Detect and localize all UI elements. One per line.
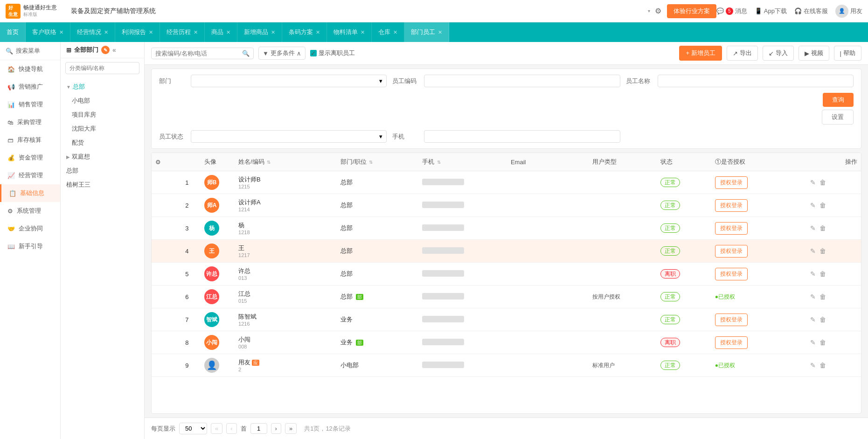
close-icon[interactable]: ✕ — [104, 29, 108, 35]
sidebar-item-sales[interactable]: 📊 销售管理 — [0, 96, 60, 113]
edit-icon[interactable]: ✎ — [810, 179, 816, 186]
close-icon[interactable]: ✕ — [226, 29, 230, 35]
delete-icon[interactable]: 🗑 — [819, 316, 826, 323]
close-icon[interactable]: ✕ — [194, 29, 198, 35]
delete-icon[interactable]: 🗑 — [819, 202, 826, 209]
auth-login-button[interactable]: 授权登录 — [715, 222, 748, 235]
tab-customer[interactable]: 客户联络 ✕ — [26, 22, 70, 42]
last-page-button[interactable]: » — [285, 423, 297, 434]
delete-icon[interactable]: 🗑 — [819, 179, 826, 186]
delete-icon[interactable]: 🗑 — [819, 293, 826, 300]
delete-icon[interactable]: 🗑 — [819, 247, 826, 255]
sidebar-item-guide[interactable]: 📖 新手引导 — [0, 237, 60, 255]
sidebar-item-purchase[interactable]: 🛍 采购管理 — [0, 113, 60, 131]
dept-node-peihuo[interactable]: 配货 — [61, 136, 144, 150]
edit-icon[interactable]: ✎ — [810, 270, 816, 278]
close-icon[interactable]: ✕ — [59, 29, 63, 35]
tab-add-goods[interactable]: 新增商品 ✕ — [237, 22, 282, 42]
per-page-select[interactable]: 50 100 200 — [179, 423, 207, 434]
tab-goods[interactable]: 商品 ✕ — [205, 22, 237, 42]
col-phone-header[interactable]: 手机 ⇅ — [418, 153, 507, 171]
edit-icon[interactable]: ✎ — [810, 224, 816, 232]
edit-icon[interactable]: ✎ — [810, 339, 816, 346]
edit-icon[interactable]: ✎ — [810, 316, 816, 323]
edit-icon[interactable]: ✎ — [810, 293, 816, 300]
dept-node-zongbu[interactable]: 总部 — [61, 164, 144, 178]
edit-icon[interactable]: ✎ — [810, 202, 816, 209]
col-settings[interactable]: ⚙ — [152, 153, 174, 171]
tab-profit[interactable]: 利润报告 ✕ — [115, 22, 160, 42]
sidebar-item-finance[interactable]: 💰 资金管理 — [0, 149, 60, 167]
search-icon[interactable]: 🔍 — [242, 50, 250, 57]
sidebar-item-marketing[interactable]: 📢 营销推广 — [0, 78, 60, 96]
dept-node-zhishu[interactable]: 植树王三 — [61, 178, 144, 192]
tab-history[interactable]: 经营历程 ✕ — [160, 22, 205, 42]
close-icon[interactable]: ✕ — [149, 29, 153, 35]
dept-search-input[interactable] — [65, 62, 139, 74]
page-number-input[interactable] — [250, 423, 267, 434]
empname-filter-input[interactable] — [658, 75, 854, 87]
edit-icon[interactable]: ✎ — [810, 362, 816, 369]
service-button[interactable]: 🎧 在线客服 — [794, 7, 828, 15]
dept-node-xiaodian[interactable]: 小电部 — [61, 94, 144, 108]
close-icon[interactable]: ✕ — [393, 29, 397, 35]
close-icon[interactable]: ✕ — [271, 29, 275, 35]
auth-login-button[interactable]: 授权登录 — [715, 314, 748, 326]
settings-icon[interactable]: ⚙ — [655, 7, 661, 15]
dept-node-shenyang[interactable]: 沈阳大库 — [61, 122, 144, 136]
phone-filter-input[interactable] — [424, 130, 620, 143]
close-icon[interactable]: ✕ — [361, 29, 365, 35]
auth-login-button[interactable]: 授权登录 — [715, 245, 748, 258]
delete-icon[interactable]: 🗑 — [819, 270, 826, 278]
tab-bom[interactable]: 物料清单 ✕ — [327, 22, 372, 42]
import-button[interactable]: ↙ 导入 — [763, 46, 794, 61]
dept-node-project[interactable]: 项目库房 — [61, 108, 144, 122]
show-resigned-checkbox[interactable]: ✓ 显示离职员工 — [310, 49, 355, 57]
sidebar-item-inventory[interactable]: 🗃 库存核算 — [0, 131, 60, 149]
close-icon[interactable]: ✕ — [316, 29, 320, 35]
sidebar-item-quicknav[interactable]: 🏠 快捷导航 — [0, 60, 60, 78]
empstatus-filter-select[interactable]: ▾ — [191, 130, 387, 143]
tab-home[interactable]: 首页 — [0, 22, 26, 42]
export-button[interactable]: ↗ 导出 — [727, 46, 758, 61]
search-input[interactable] — [155, 50, 239, 57]
first-page-button[interactable]: « — [211, 423, 222, 434]
set-button[interactable]: 设置 — [822, 110, 854, 125]
message-button[interactable]: 💬 5 消息 — [716, 7, 747, 15]
video-button[interactable]: ▶ 视频 — [799, 46, 829, 61]
tab-warehouse[interactable]: 仓库 ✕ — [372, 22, 404, 42]
dept-node-shuangtingxiang[interactable]: ▶ 双庭想 — [61, 150, 144, 164]
dept-edit-badge[interactable]: ✎ — [101, 46, 110, 54]
empcode-filter-input[interactable] — [424, 75, 620, 87]
sidebar-item-coop[interactable]: 🤝 企业协同 — [0, 220, 60, 237]
sidebar-item-basic[interactable]: 📋 基础信息 — [0, 184, 60, 202]
add-employee-button[interactable]: + 新增员工 — [679, 46, 722, 61]
auth-login-button[interactable]: 授权登录 — [715, 268, 748, 280]
collapse-icon[interactable]: « — [112, 46, 116, 54]
dept-node-zongbu-parent[interactable]: ▼ 总部 — [61, 80, 144, 94]
auth-login-button[interactable]: 授权登录 — [715, 199, 748, 212]
tab-barcode[interactable]: 条码方案 ✕ — [282, 22, 327, 42]
prev-page-button[interactable]: ‹ — [226, 423, 236, 434]
user-button[interactable]: 👤 用友 — [835, 5, 862, 18]
close-icon[interactable]: ✕ — [438, 29, 442, 35]
delete-icon[interactable]: 🗑 — [819, 339, 826, 346]
dept-filter-select[interactable]: ▾ — [191, 75, 387, 87]
app-download-button[interactable]: 📱 App下载 — [755, 7, 787, 15]
query-button[interactable]: 查询 — [823, 93, 854, 107]
sidebar-item-operation[interactable]: 📈 经营管理 — [0, 167, 60, 184]
more-filter-button[interactable]: ▼ 更多条件 ∧ — [258, 47, 306, 60]
auth-login-button[interactable]: 授权登录 — [715, 176, 748, 189]
help-button[interactable]: | 帮助 — [834, 46, 861, 61]
search-menu-button[interactable]: 🔍 搜索菜单 — [0, 42, 60, 60]
next-page-button[interactable]: › — [271, 423, 281, 434]
tab-dept-employee[interactable]: 部门员工 ✕ — [404, 22, 449, 42]
system-dropdown-arrow[interactable]: ▾ — [648, 8, 650, 14]
edit-icon[interactable]: ✎ — [810, 247, 816, 255]
auth-login-button[interactable]: 授权登录 — [715, 336, 748, 349]
trial-button[interactable]: 体验行业方案 — [667, 4, 716, 18]
col-name-header[interactable]: 姓名/编码 ⇅ — [235, 153, 337, 171]
dept-all-button[interactable]: ⊞ 全部部门 ✎ « — [61, 42, 144, 58]
delete-icon[interactable]: 🗑 — [819, 224, 826, 232]
delete-icon[interactable]: 🗑 — [819, 362, 826, 369]
